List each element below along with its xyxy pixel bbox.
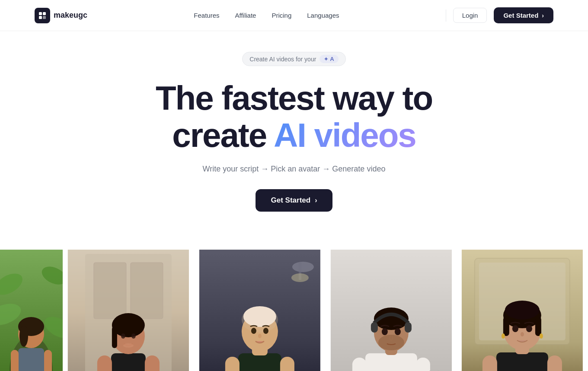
svg-rect-24 [97, 355, 112, 371]
svg-rect-63 [365, 353, 417, 371]
arrow-icon: › [542, 12, 544, 19]
svg-rect-20 [94, 263, 126, 319]
logo-icon [35, 8, 50, 23]
video-card-1 [0, 250, 63, 371]
video-gallery [0, 250, 588, 371]
svg-rect-25 [145, 355, 160, 371]
hero-section: Create AI videos for your ✦ A The fastes… [0, 31, 588, 250]
svg-point-98 [521, 332, 524, 336]
svg-rect-41 [238, 353, 281, 371]
video-card-4 [326, 250, 457, 371]
svg-point-71 [378, 335, 404, 350]
svg-point-35 [123, 343, 134, 348]
nav-divider [446, 10, 446, 22]
svg-rect-1 [43, 12, 46, 15]
svg-rect-83 [496, 352, 548, 371]
svg-point-99 [502, 333, 505, 339]
svg-point-76 [394, 328, 400, 335]
hero-badge-text: Create AI videos for your [249, 56, 316, 63]
svg-point-33 [121, 333, 125, 339]
svg-rect-73 [371, 322, 377, 333]
svg-point-55 [243, 306, 276, 327]
svg-rect-0 [39, 12, 42, 15]
nav-features[interactable]: Features [194, 12, 219, 19]
nav-links: Features Affiliate Pricing Languages [194, 12, 339, 19]
svg-rect-74 [404, 322, 411, 333]
svg-rect-13 [18, 348, 44, 371]
svg-rect-65 [415, 358, 430, 371]
nav-pricing[interactable]: Pricing [272, 12, 291, 19]
svg-point-96 [512, 325, 518, 332]
svg-rect-32 [112, 327, 117, 348]
svg-point-34 [131, 333, 136, 339]
svg-rect-95 [535, 317, 541, 336]
video-card-2 [63, 250, 194, 371]
svg-rect-94 [503, 317, 509, 336]
hero-badge: Create AI videos for your ✦ A [242, 52, 345, 66]
svg-point-58 [258, 334, 262, 338]
svg-point-57 [263, 328, 268, 334]
hero-title-line2-plain: create [172, 116, 274, 154]
svg-rect-85 [547, 355, 562, 371]
svg-rect-43 [280, 357, 294, 371]
svg-point-38 [292, 262, 314, 272]
logo-area: makeugc [35, 8, 87, 23]
hero-title-gradient: AI videos [274, 116, 416, 154]
svg-rect-15 [44, 350, 52, 371]
sparkle-icon: ✦ [324, 56, 328, 62]
hero-title: The fastest way to create AI videos [156, 80, 432, 154]
svg-rect-64 [352, 358, 366, 371]
svg-point-75 [381, 328, 387, 335]
svg-point-12 [19, 325, 28, 347]
svg-point-100 [540, 333, 543, 339]
get-started-hero-button[interactable]: Get Started › [256, 189, 333, 212]
brand-name: makeugc [54, 11, 87, 20]
badge-tag-letter: A [330, 56, 334, 62]
hero-title-line1: The fastest way to [156, 79, 432, 117]
cta-arrow-icon: › [315, 197, 317, 204]
svg-point-56 [251, 328, 256, 334]
svg-rect-3 [43, 16, 46, 19]
svg-rect-84 [483, 355, 497, 371]
svg-rect-21 [131, 263, 163, 319]
video-card-5 [457, 250, 588, 371]
get-started-nav-button[interactable]: Get Started › [494, 7, 553, 23]
svg-rect-2 [39, 16, 42, 19]
nav-languages[interactable]: Languages [307, 12, 339, 19]
svg-point-40 [291, 273, 309, 282]
login-button[interactable]: Login [453, 8, 487, 23]
hero-subtitle: Write your script → Pick an avatar → Gen… [203, 165, 386, 174]
svg-rect-42 [225, 357, 240, 371]
svg-point-97 [526, 325, 532, 332]
svg-point-93 [505, 301, 540, 320]
video-card-3 [194, 250, 326, 371]
navbar: makeugc Features Affiliate Pricing Langu… [0, 0, 588, 31]
svg-rect-23 [111, 353, 146, 371]
nav-actions: Login Get Started › [446, 7, 553, 23]
svg-rect-14 [11, 350, 19, 371]
hero-badge-tag: ✦ A [320, 55, 338, 63]
nav-affiliate[interactable]: Affiliate [235, 12, 256, 19]
